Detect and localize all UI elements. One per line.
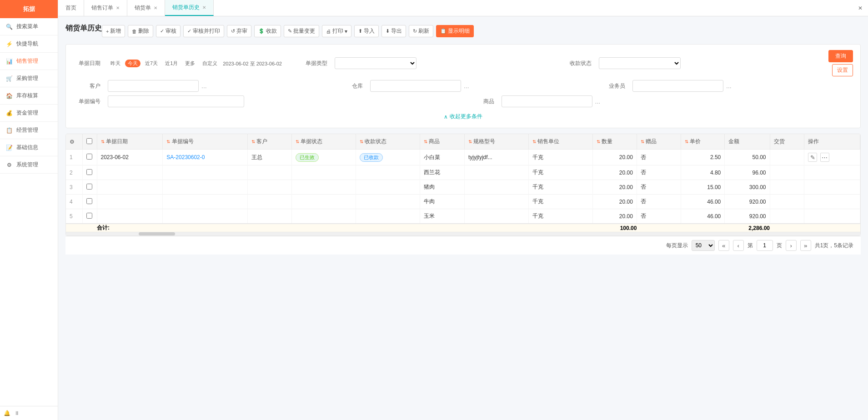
table-settings-icon[interactable]: ⚙ [70, 139, 75, 145]
row-select-checkbox[interactable] [86, 198, 92, 204]
cell-gift: 否 [637, 165, 681, 180]
collapse-button[interactable]: ∧ 收起更多条件 [442, 111, 484, 122]
audit-print-button[interactable]: ✓ 审核并打印 [183, 25, 224, 37]
last-page-button[interactable]: » [800, 240, 811, 251]
edit-action-button[interactable]: ✎ [808, 153, 817, 162]
sidebar-item-operations[interactable]: 📋 经营管理 [0, 122, 58, 139]
sidebar-item-purchase-mgmt[interactable]: 🛒 采购管理 [0, 70, 58, 87]
doc-num-input[interactable] [108, 95, 244, 107]
product-input[interactable] [502, 95, 592, 107]
th-qty[interactable]: ⇅ 数量 [593, 134, 637, 150]
prev-page-button[interactable]: ‹ [733, 240, 744, 251]
sidebar-item-label: 采购管理 [16, 75, 38, 82]
doc-type-select[interactable] [335, 57, 416, 69]
tab-sales-order[interactable]: 销售订单 ✕ [84, 0, 127, 16]
th-doc-status[interactable]: ⇅ 单据状态 [291, 134, 356, 150]
date-tag-7days[interactable]: 近7天 [142, 60, 161, 67]
close-all-tabs[interactable]: ✕ [853, 0, 868, 16]
sidebar-item-sales-mgmt[interactable]: 📊 销售管理 [0, 53, 58, 70]
tab-sales-history[interactable]: 销货单历史 ✕ [165, 0, 214, 16]
warehouse-dots[interactable]: ... [464, 82, 469, 90]
page-size-select[interactable]: 50 10 20 100 [692, 240, 715, 251]
next-page-button[interactable]: › [786, 240, 797, 251]
abandon-button[interactable]: ↺ 弃审 [227, 25, 251, 37]
th-doc-num[interactable]: ⇅ 单据编号 [163, 134, 248, 150]
th-payment-status[interactable]: ⇅ 收款状态 [356, 134, 420, 150]
cell-gift: 否 [637, 209, 681, 224]
customer-dots[interactable]: ... [201, 82, 207, 90]
settings-button[interactable]: 设置 [832, 64, 853, 76]
th-customer[interactable]: ⇅ 客户 [248, 134, 292, 150]
date-tag-more[interactable]: 更多 [182, 60, 198, 67]
sidebar-item-basic-info[interactable]: 📝 基础信息 [0, 139, 58, 156]
row-select-checkbox[interactable] [86, 169, 92, 175]
sidebar-item-label: 销售管理 [16, 57, 38, 65]
payment-status-select[interactable] [599, 57, 681, 69]
collect-button[interactable]: 💲 收款 [254, 25, 281, 37]
th-unit-price[interactable]: ⇅ 单价 [681, 134, 725, 150]
customer-input[interactable] [108, 80, 199, 92]
row-select-checkbox[interactable] [86, 184, 92, 190]
print-button[interactable]: 🖨 打印 ▾ [322, 25, 351, 37]
notification-icon[interactable]: 🔔 [4, 410, 10, 416]
date-tag-today[interactable]: 今天 [125, 60, 140, 67]
summary-spacer [163, 224, 593, 232]
th-spec[interactable]: ⇅ 规格型号 [464, 134, 528, 150]
delete-button[interactable]: 🗑 删除 [128, 25, 153, 37]
new-label: 新增 [110, 27, 121, 35]
scrollbar-thumb[interactable] [139, 232, 175, 235]
date-range: 2023-06-02 至 2023-06-02 [223, 60, 282, 67]
th-transaction: 交货 [770, 134, 804, 150]
audit-button[interactable]: ✓ 审核 [156, 25, 181, 37]
row-select-checkbox[interactable] [86, 213, 92, 219]
sidebar-item-label: 系统管理 [16, 161, 38, 169]
sidebar-item-system-mgmt[interactable]: ⚙ 系统管理 [0, 156, 58, 174]
cell-customer: 王总 [248, 150, 292, 165]
tab-home-label: 首页 [65, 4, 76, 12]
date-tag-custom[interactable]: 自定义 [200, 60, 220, 67]
sidebar-item-inventory[interactable]: 🏠 库存核算 [0, 87, 58, 105]
date-tag-1month[interactable]: 近1月 [162, 60, 181, 67]
business-label: 业务员 [598, 82, 625, 90]
pause-icon[interactable]: ⏸ [14, 410, 20, 416]
page-size-label: 每页显示 [666, 242, 688, 250]
batch-change-button[interactable]: ✎ 批量变更 [284, 25, 319, 37]
close-sales-order-tab[interactable]: ✕ [116, 5, 120, 10]
th-sales-unit[interactable]: ⇅ 销售单位 [529, 134, 593, 150]
product-dots[interactable]: ... [595, 98, 601, 105]
horizontal-scrollbar[interactable] [66, 232, 860, 235]
doc-num-field [108, 95, 460, 107]
business-input[interactable] [632, 80, 723, 92]
select-all-checkbox[interactable] [86, 138, 92, 144]
tab-sales-delivery[interactable]: 销货单 ✕ [127, 0, 165, 16]
refresh-button[interactable]: ↻ 刷新 [409, 25, 433, 37]
first-page-button[interactable]: « [718, 240, 729, 251]
th-product[interactable]: ⇅ 商品 [420, 134, 465, 150]
doc-num-link[interactable]: SA-20230602-0 [166, 154, 205, 160]
basic-info-icon: 📝 [5, 144, 13, 151]
close-sales-delivery-tab[interactable]: ✕ [154, 5, 157, 10]
row-select-checkbox[interactable] [86, 154, 92, 160]
close-sales-history-tab[interactable]: ✕ [202, 5, 206, 10]
page-number-input[interactable] [757, 240, 773, 251]
business-dots[interactable]: ... [726, 82, 732, 90]
sidebar-item-search-menu[interactable]: 🔍 搜索菜单 [0, 18, 58, 35]
collect-icon: 💲 [258, 28, 265, 34]
th-doc-date[interactable]: ⇅ 单据日期 [97, 134, 163, 150]
warehouse-input[interactable] [370, 80, 461, 92]
query-button[interactable]: 查询 [828, 50, 853, 62]
summary-row: 合计: 100.00 2,286.00 [66, 224, 860, 232]
sidebar-item-finance[interactable]: 💰 资金管理 [0, 105, 58, 122]
more-action-button[interactable]: ⋯ [820, 153, 829, 162]
sidebar-item-quick-nav[interactable]: ⚡ 快捷导航 [0, 35, 58, 53]
date-tag-yesterday[interactable]: 昨天 [108, 60, 123, 67]
import-button[interactable]: ⬆ 导入 [354, 25, 379, 37]
show-detail-button[interactable]: 📋 显示明细 [436, 25, 474, 37]
th-gift[interactable]: ⇅ 赠品 [637, 134, 681, 150]
th-checkbox [82, 134, 97, 150]
new-button[interactable]: + 新增 [102, 25, 125, 37]
total-info: 共1页，5条记录 [815, 242, 853, 250]
export-button[interactable]: ⬇ 导出 [381, 25, 406, 37]
cell-gift: 否 [637, 180, 681, 195]
tab-home[interactable]: 首页 [58, 0, 84, 16]
